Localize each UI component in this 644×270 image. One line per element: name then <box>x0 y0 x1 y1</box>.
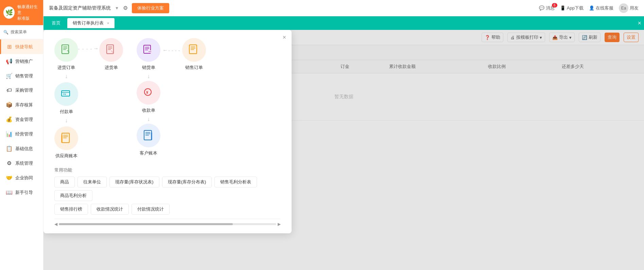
app-download-action[interactable]: 📱 App下载 <box>560 5 584 11</box>
sidebar: 🌿 畅康通好生意 标准版 🔍 搜索菜单 ⊞ 快捷导航 📢 营销推广 🛒 <box>0 0 43 270</box>
purchase-icon: 🏷 <box>6 87 13 93</box>
messages-action[interactable]: 💬 消息 6 <box>539 5 555 11</box>
inventory-icon: 📦 <box>6 102 13 108</box>
function-buttons-row2: 销售排行榜 收款情况统计 付款情况统计 <box>54 204 281 215</box>
sidebar-nav: ⊞ 快捷导航 📢 营销推广 🛒 销售管理 🏷 采购管理 📦 库存核算 💰 <box>0 39 43 270</box>
logo-text: 畅康通好生意 标准版 <box>17 4 40 21</box>
func-btn-stock-dist[interactable]: 现存量(库存分布表) <box>162 177 212 187</box>
online-service-action[interactable]: 👤 在线客服 <box>589 5 613 11</box>
user-action[interactable]: Ea 用友 <box>619 3 639 13</box>
tab-sales-order-exec[interactable]: 销售订单执行表 × <box>67 18 115 28</box>
func-btn-counterpart[interactable]: 往来单位 <box>77 177 107 187</box>
func-btn-goods-margin[interactable]: 商品毛利分析 <box>54 190 92 201</box>
sales-order-circle <box>182 38 206 62</box>
operations-icon: 📊 <box>6 131 13 137</box>
search-menu-label: 搜索菜单 <box>11 29 27 35</box>
flow-item-purchase-order[interactable]: 进货订单 <box>54 38 78 71</box>
flow-item-supplier-ledger[interactable]: 供应商账本 <box>54 126 78 159</box>
payment-circle: ¥ <box>54 82 78 106</box>
sidebar-item-label: 经营管理 <box>15 131 33 137</box>
svg-text:¥: ¥ <box>146 90 149 94</box>
purchase-order-icon <box>60 43 73 56</box>
content-area: ❓ 帮助 🖨 按模板打印 ▾ 📤 导出 ▾ 🔄 刷新 查询 <box>43 30 644 270</box>
tab-close-icon[interactable]: × <box>107 21 109 25</box>
message-icon: 💬 <box>539 5 544 11</box>
scroll-left-arrow[interactable]: ◀ <box>54 222 57 227</box>
func-btn-payment-stats[interactable]: 付款情况统计 <box>132 204 170 215</box>
supplier-ledger-circle <box>54 126 78 150</box>
modal-box: × 进货订单 ↓ <box>43 30 292 233</box>
flow-item-customer-ledger[interactable]: 客户账本 <box>137 124 160 156</box>
flow-item-purchase-bill[interactable]: 进货单 <box>99 38 123 71</box>
func-btn-receipt-stats[interactable]: 收款情况统计 <box>91 204 129 215</box>
sales-order-label: 销售订单 <box>185 65 203 71</box>
payment-icon: ¥ <box>60 88 73 101</box>
scroll-track <box>59 223 276 225</box>
receipt-icon: ¥ <box>142 86 155 99</box>
sidebar-item-inventory[interactable]: 📦 库存核算 <box>0 97 43 112</box>
flow-item-receipt[interactable]: ¥ 收款单 <box>137 81 160 113</box>
sidebar-item-purchase[interactable]: 🏷 采购管理 <box>0 83 43 97</box>
sidebar-item-label: 新手引导 <box>15 190 33 196</box>
avatar: Ea <box>619 3 628 13</box>
purchase-bill-icon <box>105 43 118 56</box>
scroll-thumb <box>59 223 233 225</box>
sidebar-item-label: 快捷导航 <box>15 44 33 50</box>
modal-overlay[interactable]: × 进货订单 ↓ <box>43 30 644 270</box>
marketing-icon: 📢 <box>6 58 13 65</box>
arrow-down-1: ↓ <box>65 73 68 79</box>
flow-item-sales-bill[interactable]: 销货单 <box>137 38 160 71</box>
svg-rect-13 <box>107 45 114 54</box>
customer-ledger-circle <box>137 124 160 147</box>
sidebar-item-system[interactable]: ⚙ 系统管理 <box>0 156 43 170</box>
arrow-down-4: ↓ <box>147 116 150 122</box>
receipt-circle: ¥ <box>137 81 160 105</box>
modal-close-button[interactable]: × <box>282 34 286 41</box>
tab-close-all-button[interactable]: × <box>638 20 641 26</box>
sidebar-item-sales[interactable]: 🛒 销售管理 <box>0 69 43 83</box>
finance-icon: 💰 <box>6 116 13 123</box>
topbar-dropdown-icon[interactable]: ▼ <box>115 6 119 11</box>
sidebar-item-label: 资金管理 <box>15 116 33 123</box>
topbar-settings-icon[interactable]: ⚙ <box>123 5 128 11</box>
common-functions-section: 常用功能 商品 往来单位 现存量(库存状况表) 现存量(库存分布表) 销售毛利分… <box>54 167 281 215</box>
svg-text:¥: ¥ <box>64 93 66 96</box>
sidebar-item-operations[interactable]: 📊 经营管理 <box>0 127 43 141</box>
sales-icon: 🛒 <box>6 73 13 79</box>
receipt-label: 收款单 <box>142 107 155 113</box>
func-btn-stock-status[interactable]: 现存量(库存状况表) <box>109 177 159 187</box>
sidebar-item-newbie[interactable]: 📖 新手引导 <box>0 185 43 200</box>
sidebar-item-label: 基础信息 <box>15 146 33 152</box>
sidebar-item-quick-nav[interactable]: ⊞ 快捷导航 <box>0 39 43 54</box>
app-label: App下载 <box>567 5 584 11</box>
customer-ledger-label: 客户账本 <box>140 150 157 156</box>
newbie-icon: 📖 <box>6 189 13 196</box>
func-btn-sales-margin[interactable]: 销售毛利分析表 <box>214 177 257 187</box>
sidebar-item-cooperation[interactable]: 🤝 企业协同 <box>0 170 43 185</box>
app-icon: 📱 <box>560 5 565 11</box>
sidebar-logo[interactable]: 🌿 畅康通好生意 标准版 <box>0 0 43 25</box>
customer-ledger-icon <box>142 129 155 142</box>
sidebar-item-marketing[interactable]: 📢 营销推广 <box>0 54 43 69</box>
function-buttons-row1: 商品 往来单位 现存量(库存状况表) 现存量(库存分布表) 销售毛利分析表 商品… <box>54 177 281 201</box>
topbar-right: 💬 消息 6 📱 App下载 👤 在线客服 Ea 用友 <box>539 3 639 13</box>
flow-item-payment[interactable]: ¥ 付款单 <box>54 82 78 115</box>
func-btn-goods[interactable]: 商品 <box>54 177 75 187</box>
sidebar-item-finance[interactable]: 💰 资金管理 <box>0 112 43 127</box>
flow-item-sales-order[interactable]: 销售订单 <box>182 38 206 71</box>
tab-home[interactable]: 首页 <box>46 18 66 28</box>
scroll-right-arrow[interactable]: ▶ <box>278 222 281 227</box>
system-icon: ⚙ <box>6 160 13 166</box>
sidebar-item-base-info[interactable]: 📋 基础信息 <box>0 141 43 156</box>
func-btn-sales-rank[interactable]: 销售排行榜 <box>54 204 88 215</box>
sidebar-item-label: 系统管理 <box>15 160 33 166</box>
system-name: 装备及固定资产辅助管理系统 <box>49 5 111 11</box>
supplier-ledger-label: 供应商账本 <box>55 153 77 159</box>
arrow-down-3: ↓ <box>65 118 68 124</box>
sidebar-search-section: 🔍 搜索菜单 <box>0 25 43 39</box>
search-menu-button[interactable]: 🔍 搜索菜单 <box>3 28 40 36</box>
cooperation-icon: 🤝 <box>6 175 13 181</box>
trial-button[interactable]: 体验行业方案 <box>132 3 169 13</box>
sales-bill-circle <box>137 38 160 62</box>
tabs-bar: 首页 销售订单执行表 × × <box>43 16 644 30</box>
